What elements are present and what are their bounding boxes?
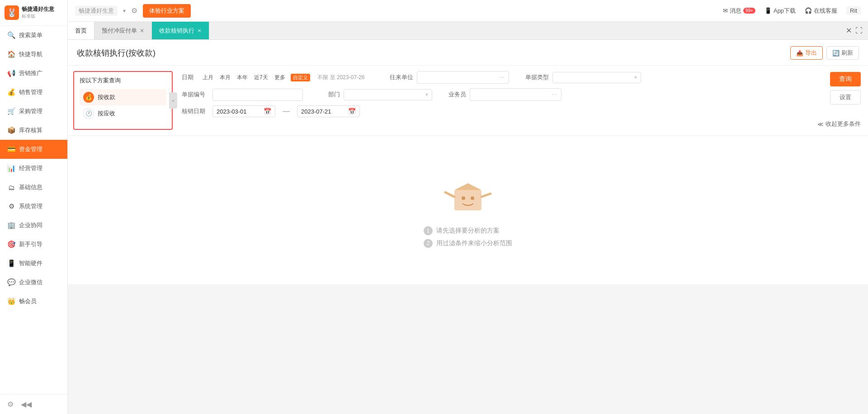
counterpart-field[interactable] [421, 74, 497, 81]
settings-btn[interactable]: 设置 [830, 90, 861, 105]
message-btn[interactable]: ✉ 消息 99+ [723, 7, 755, 15]
sidebar-label-marketing: 营销推广 [19, 69, 42, 77]
sidebar-item-marketing[interactable]: 📢 营销推广 [0, 64, 67, 83]
sidebar-label-operations: 经营管理 [19, 164, 42, 172]
empty-svg [441, 172, 495, 217]
collapse-more-icon: ≪ [817, 121, 824, 128]
date-last-month[interactable]: 上月 [201, 73, 215, 82]
tab-expand-btn[interactable]: ⛶ [855, 27, 863, 35]
empty-illustration [441, 172, 495, 217]
member-icon: 👑 [7, 297, 15, 305]
service-icon: 🎧 [805, 7, 812, 14]
marketing-icon: 📢 [7, 69, 15, 77]
tabbar: 首页 预付冲应付单 ✕ 收款核销执行 ✕ ✕ ⛶ [68, 22, 868, 40]
counterpart-label: 往来单位 [390, 73, 413, 81]
sidebar-label-funds: 资金管理 [19, 145, 42, 153]
sidebar-label-sales: 销售管理 [19, 88, 42, 96]
tab-prepay-close[interactable]: ✕ [140, 28, 144, 34]
dept-select[interactable]: ▾ [344, 89, 432, 100]
sidebar-item-quick-nav[interactable]: 🏠 快捷导航 [0, 45, 67, 64]
date-custom-tag: 自定义 [291, 74, 310, 81]
tab-close-all-btn[interactable]: ✕ [846, 26, 852, 35]
sidebar-nav: 🔍 搜索菜单 🏠 快捷导航 📢 营销推广 💰 销售管理 🛒 采购管理 📦 库存核… [0, 26, 67, 394]
date-more[interactable]: 更多 [273, 73, 287, 82]
quick-nav-icon: 🏠 [7, 50, 15, 58]
cal-end-icon[interactable]: 📅 [348, 108, 356, 115]
settings-icon[interactable]: ⚙ [7, 400, 14, 409]
counterpart-input[interactable]: ··· [417, 71, 509, 84]
verify-date-label: 核销日期 [182, 107, 205, 115]
cal-start-icon[interactable]: 📅 [264, 108, 271, 115]
dept-arrow-icon: ▾ [425, 91, 428, 98]
salesman-label: 业务员 [448, 90, 466, 99]
sidebar-item-inventory[interactable]: 📦 库存核算 [0, 121, 67, 140]
sidebar-item-guide[interactable]: 🎯 新手引导 [0, 235, 67, 254]
sidebar-item-smart-hw[interactable]: 📱 智能硬件 [0, 254, 67, 273]
date-this-year[interactable]: 本年 [235, 73, 250, 82]
sales-icon: 💰 [7, 88, 15, 96]
message-label: 消息 [730, 7, 741, 15]
query-by-receivable[interactable]: 🕐 按应收 [80, 105, 166, 122]
sidebar-item-member[interactable]: 👑 畅会员 [0, 292, 67, 311]
query-by-receipt[interactable]: 💰 按收款 [80, 89, 166, 105]
guide-icon: 🎯 [7, 240, 15, 248]
collapse-panel-btn[interactable]: « [169, 92, 177, 109]
sidebar-item-system[interactable]: ⚙ 系统管理 [0, 197, 67, 216]
sidebar: 🐰 畅捷通好生意 标准版 🔍 搜索菜单 🏠 快捷导航 📢 营销推广 💰 销售管理… [0, 0, 68, 414]
empty-state: 1 请先选择要分析的方案 2 用过滤条件来缩小分析范围 [68, 136, 868, 284]
topbar-brand: 畅捷通好生意 [75, 6, 118, 16]
export-btn[interactable]: 📤 导出 [790, 46, 823, 60]
sidebar-item-operations[interactable]: 📊 经营管理 [0, 159, 67, 178]
doc-type-field[interactable] [557, 74, 632, 81]
topbar-gear-icon[interactable]: ⚙ [131, 6, 137, 15]
collapse-sidebar-icon[interactable]: ◀◀ [21, 400, 32, 409]
sidebar-item-enterprise[interactable]: 🏢 企业协同 [0, 216, 67, 235]
sidebar-footer: ⚙ ◀◀ [0, 394, 67, 414]
refresh-btn[interactable]: 🔄 刷新 [826, 46, 859, 60]
verify-date-end-wrap[interactable]: 📅 [297, 105, 360, 117]
tab-prepay[interactable]: 预付冲应付单 ✕ [94, 22, 152, 39]
date-this-month[interactable]: 本月 [218, 73, 232, 82]
topbar-chevron-icon[interactable]: ▾ [123, 8, 126, 14]
tab-home[interactable]: 首页 [68, 22, 94, 39]
refresh-icon: 🔄 [832, 50, 840, 57]
online-service-btn[interactable]: 🎧 在线客服 [805, 7, 837, 15]
tab-receipt[interactable]: 收款核销执行 ✕ [152, 22, 209, 39]
counterpart-more-icon[interactable]: ··· [499, 73, 505, 81]
search-icon: 🔍 [7, 31, 15, 39]
sidebar-label-guide: 新手引导 [19, 240, 42, 248]
query-btn-group: 查询 设置 [830, 72, 868, 105]
svg-rect-0 [454, 190, 481, 210]
sidebar-label-wecom: 企业微信 [19, 278, 42, 286]
dept-label: 部门 [328, 90, 340, 99]
sidebar-item-sales[interactable]: 💰 销售管理 [0, 83, 67, 102]
svg-point-1 [462, 196, 465, 200]
date-7days[interactable]: 近7天 [252, 73, 270, 82]
verify-date-end[interactable] [301, 108, 346, 115]
dept-field[interactable] [348, 91, 424, 98]
filter-main: 日期 上月 本月 本年 近7天 更多 自定义 不 [178, 71, 868, 117]
app-download-btn[interactable]: 📱 App下载 [764, 7, 796, 15]
salesman-more-icon[interactable]: ··· [552, 90, 557, 99]
doc-type-select[interactable]: ▾ [552, 72, 641, 83]
sidebar-item-search[interactable]: 🔍 搜索菜单 [0, 26, 67, 45]
sidebar-item-base-info[interactable]: 🗂 基础信息 [0, 178, 67, 197]
sidebar-item-wecom[interactable]: 💬 企业微信 [0, 273, 67, 292]
doc-no-input[interactable] [212, 89, 303, 101]
industry-btn[interactable]: 体验行业方案 [143, 4, 191, 18]
tab-receipt-close[interactable]: ✕ [197, 28, 202, 34]
collapse-more-btn[interactable]: ≪ 收起更多条件 [817, 120, 861, 128]
sidebar-item-funds[interactable]: 💳 资金管理 [0, 140, 67, 159]
sidebar-label-member: 畅会员 [19, 297, 37, 305]
date-dash: — [283, 107, 290, 115]
sidebar-item-purchase[interactable]: 🛒 采购管理 [0, 102, 67, 121]
query-btn[interactable]: 查询 [830, 72, 861, 86]
svg-line-3 [445, 192, 454, 197]
salesman-field[interactable] [474, 91, 550, 98]
app-logo-icon: 🐰 [5, 5, 19, 20]
verify-date-start[interactable] [217, 108, 262, 115]
date-quick-selectors: 上月 本月 本年 近7天 更多 自定义 [201, 73, 310, 82]
verify-date-start-wrap[interactable]: 📅 [212, 105, 275, 117]
salesman-select[interactable]: ··· [470, 88, 561, 101]
smart-hw-icon: 📱 [7, 259, 15, 267]
